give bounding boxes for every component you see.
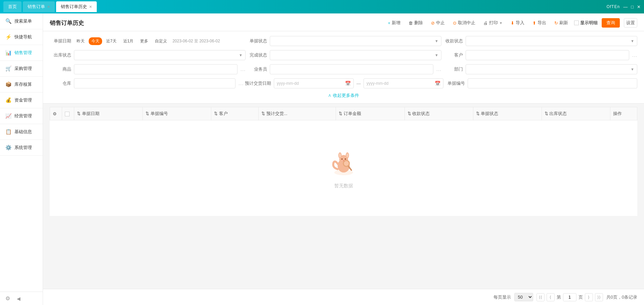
first-page-button[interactable]: ⟨⟨	[536, 293, 545, 301]
display-detail-checkbox[interactable]	[574, 21, 579, 25]
salesperson-dotdot[interactable]: …	[436, 66, 441, 72]
pagination-bar: 每页显示 10 20 50 100 ⟨⟨ ⟨ 第 页 ⟩ ⟩⟩ 共0页，0条记录	[43, 289, 644, 305]
cancel-stop-button[interactable]: ⊙ 取消中止	[451, 18, 477, 27]
refresh-label: 刷新	[559, 20, 568, 26]
filter-row-4: 仓库 … 预计交货日期 yyyy-mm-dd 📅 — yyyy-mm-dd 📅	[50, 78, 637, 88]
query-button[interactable]: 查询	[602, 18, 620, 28]
svg-point-6	[346, 153, 348, 157]
export-button[interactable]: ⬆ 导出	[530, 18, 548, 27]
warehouse-select[interactable]	[74, 78, 235, 88]
tab-sales-order-history[interactable]: 销售订单历史 ✕	[56, 1, 97, 12]
main-layout: 🔍 搜索菜单 ⚡ 快捷导航 📊 销售管理 🛒 采购管理 📦 库存核算 💰 资金管…	[0, 13, 644, 305]
new-icon: +	[388, 21, 391, 26]
department-label: 部门	[441, 66, 466, 72]
col-expected-delivery[interactable]: ⇅ 预计交货...	[258, 107, 336, 120]
sidebar-item-capital-mgmt-label: 资金管理	[14, 97, 32, 103]
product-select[interactable]	[74, 64, 238, 74]
col-date[interactable]: ⇅ 单据日期	[74, 107, 143, 120]
import-button[interactable]: ⬇ 导入	[509, 18, 526, 27]
customer-dotdot[interactable]: …	[632, 52, 637, 58]
department-select[interactable]: ▼	[466, 64, 637, 74]
sidebar-item-sales-mgmt[interactable]: 📊 销售管理	[0, 45, 43, 61]
date-tab-more[interactable]: 更多	[137, 37, 151, 45]
date-tab-custom[interactable]: 自定义	[152, 37, 170, 45]
svg-point-8	[345, 158, 346, 160]
print-label: 打印	[489, 20, 498, 26]
tab-sales-order-history-close[interactable]: ✕	[89, 5, 92, 9]
expected-delivery-start[interactable]: yyyy-mm-dd 📅	[274, 78, 354, 88]
gear-icon[interactable]: ⚙	[53, 111, 57, 116]
collapse-label: ∧ 收起更多条件	[328, 93, 359, 98]
product-label: 商品	[50, 66, 74, 72]
date-filter-control: 昨天 今天 近7天 近1月 更多 自定义 2023-06-02 至 2023-0…	[74, 37, 246, 45]
new-button[interactable]: + 新增	[386, 18, 403, 27]
sidebar-item-capital-mgmt[interactable]: 💰 资金管理	[0, 92, 43, 108]
minimize-btn[interactable]: —	[623, 4, 628, 9]
sidebar-item-quick-nav[interactable]: ⚡ 快捷导航	[0, 29, 43, 45]
sidebar-item-basic-info[interactable]: 📋 基础信息	[0, 124, 43, 140]
col-amount[interactable]: ⇅ 订单金额	[336, 107, 404, 120]
delete-label: 删除	[414, 20, 423, 26]
warehouse-label: 仓库	[50, 80, 74, 86]
sidebar-item-search-menu[interactable]: 🔍 搜索菜单	[0, 13, 43, 29]
page-number-input[interactable]	[563, 293, 576, 301]
settings-button[interactable]: 设置	[624, 18, 637, 28]
display-detail-label: 显示明细	[580, 20, 598, 26]
date-tab-yesterday[interactable]: 昨天	[74, 37, 87, 45]
refresh-button[interactable]: ↻ 刷新	[552, 18, 570, 27]
delete-button[interactable]: 🗑 删除	[406, 18, 425, 27]
completion-status-select[interactable]: ▼	[270, 50, 441, 60]
warehouse-dotdot[interactable]: …	[238, 80, 244, 86]
prev-page-button[interactable]: ⟨	[547, 293, 555, 301]
close-btn[interactable]: ✕	[637, 4, 641, 9]
col-order-status[interactable]: ⇅ 单据状态	[473, 107, 542, 120]
order-status-select[interactable]: ▼	[270, 36, 441, 46]
expected-delivery-end[interactable]: yyyy-mm-dd 📅	[363, 78, 443, 88]
tab-home[interactable]: 首页	[3, 1, 22, 12]
order-status-label: 单据状态	[246, 38, 270, 44]
page-size-select[interactable]: 10 20 50 100	[514, 293, 533, 301]
sidebar-item-system-mgmt[interactable]: ⚙️ 系统管理	[0, 140, 43, 156]
product-dotdot[interactable]: …	[240, 66, 246, 72]
tab-sales-order-history-label: 销售订单历史	[61, 4, 87, 10]
sidebar-settings-icon[interactable]: ⚙	[5, 295, 10, 302]
col-payment-status[interactable]: ⇅ 收款状态	[404, 107, 473, 120]
calendar-start-icon[interactable]: 📅	[345, 81, 351, 86]
top-bar: 首页 销售订单 ✕ 销售订单历史 ✕ OfTEn — □ ✕	[0, 0, 644, 13]
sidebar-item-purchase-mgmt[interactable]: 🛒 采购管理	[0, 61, 43, 77]
sidebar-collapse-icon[interactable]: ◀	[17, 296, 20, 301]
print-button[interactable]: 🖨 打印 ▼	[481, 18, 505, 27]
table-header-check[interactable]	[62, 107, 74, 120]
last-page-button[interactable]: ⟩⟩	[595, 293, 603, 301]
tab-sales-order[interactable]: 销售订单 ✕	[23, 1, 55, 12]
new-label: 新增	[392, 20, 400, 26]
stop-button[interactable]: ⊘ 中止	[429, 18, 447, 27]
sidebar-item-operations-mgmt[interactable]: 📈 经营管理	[0, 108, 43, 124]
table-header-gear[interactable]: ⚙	[50, 107, 62, 120]
sidebar-item-inventory-check[interactable]: 📦 库存核算	[0, 77, 43, 92]
customer-select[interactable]	[466, 50, 629, 60]
order-number-input[interactable]	[468, 78, 637, 88]
date-tab-7days[interactable]: 近7天	[103, 37, 119, 45]
maximize-btn[interactable]: □	[631, 4, 634, 9]
check-all-icon[interactable]	[65, 112, 70, 116]
tab-sales-order-close[interactable]: ✕	[47, 5, 50, 9]
order-number-label: 单据编号	[443, 80, 468, 86]
tab-sales-order-label: 销售订单	[28, 4, 45, 10]
col-outbound-status[interactable]: ⇅ 出库状态	[542, 107, 610, 120]
salesperson-select[interactable]	[270, 64, 433, 74]
payment-status-select[interactable]: ▼	[466, 36, 637, 46]
calendar-end-icon[interactable]: 📅	[435, 81, 440, 86]
outbound-status-select[interactable]: ▼	[74, 50, 246, 60]
collapse-row[interactable]: ∧ 收起更多条件	[50, 92, 637, 99]
display-detail-toggle[interactable]: 显示明细	[574, 20, 598, 26]
sales-mgmt-icon: 📊	[5, 50, 12, 56]
toolbar: + 新增 🗑 删除 ⊘ 中止 ⊙ 取消中止 🖨 打印	[386, 18, 638, 28]
date-tab-today[interactable]: 今天	[89, 37, 102, 45]
col-number[interactable]: ⇅ 单据编号	[143, 107, 211, 120]
next-page-button[interactable]: ⟩	[585, 293, 593, 301]
col-customer[interactable]: ⇅ 客户	[211, 107, 259, 120]
empty-text: 暂无数据	[334, 183, 353, 189]
date-tab-1month[interactable]: 近1月	[121, 37, 136, 45]
capital-mgmt-icon: 💰	[5, 97, 12, 103]
